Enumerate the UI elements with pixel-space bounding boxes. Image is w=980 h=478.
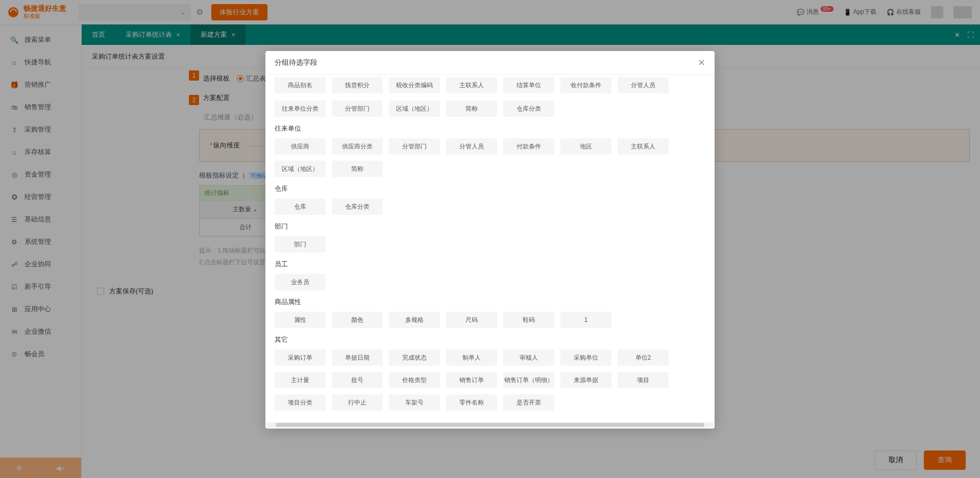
field-chip[interactable]: 仓库分类 <box>503 100 554 117</box>
field-chip[interactable]: 来源单据 <box>560 372 611 388</box>
field-chip[interactable]: 销售订单（明细） <box>503 372 554 388</box>
field-chip[interactable]: 项目 <box>618 372 669 388</box>
modal-title: 分组待选字段 <box>275 58 317 67</box>
field-chip[interactable]: 区域（地区） <box>275 161 326 177</box>
field-chip[interactable]: 批号 <box>332 372 383 388</box>
field-chip[interactable]: 项目分类 <box>275 394 326 411</box>
field-group-title: 员工 <box>275 260 705 269</box>
field-chip[interactable]: 收付款条件 <box>560 77 611 93</box>
field-group-title: 商品属性 <box>275 297 705 307</box>
field-chip[interactable]: 审核人 <box>503 349 554 366</box>
field-chip[interactable]: 颜色 <box>332 312 383 328</box>
field-group-title: 部门 <box>275 222 705 231</box>
field-chip[interactable]: 车架号 <box>389 394 440 411</box>
field-chip[interactable]: 主联系人 <box>618 138 669 155</box>
field-chip[interactable]: 结算单位 <box>503 77 554 93</box>
field-chip[interactable]: 区域（地区） <box>389 100 440 117</box>
field-chip[interactable]: 税收分类编码 <box>389 77 440 93</box>
field-chip[interactable]: 拣货积分 <box>332 77 383 93</box>
modal-overlay: 分组待选字段 ✕ 商品别名拣货积分税收分类编码主联系人结算单位收付款条件分管人员… <box>0 0 980 478</box>
field-chip[interactable]: 主联系人 <box>446 77 497 93</box>
field-chip[interactable]: 鞋码 <box>503 312 554 328</box>
field-chip[interactable]: 尺码 <box>446 312 497 328</box>
field-chip[interactable]: 多规格 <box>389 312 440 328</box>
field-chip[interactable]: 行中止 <box>332 394 383 411</box>
field-chip[interactable]: 付款条件 <box>503 138 554 155</box>
field-chip[interactable]: 1 <box>560 312 611 328</box>
field-group-title: 往来单位 <box>275 124 705 133</box>
field-chip[interactable]: 是否开票 <box>503 394 554 411</box>
field-chip[interactable]: 主计量 <box>275 372 326 388</box>
field-chip[interactable]: 仓库分类 <box>332 198 383 215</box>
field-chip[interactable]: 仓库 <box>275 198 326 215</box>
field-chip[interactable]: 供应商 <box>275 138 326 155</box>
field-chip[interactable]: 采购订单 <box>275 349 326 366</box>
field-chip[interactable]: 制单人 <box>446 349 497 366</box>
field-chip[interactable]: 部门 <box>275 236 326 253</box>
field-chip[interactable]: 简称 <box>332 161 383 177</box>
close-icon[interactable]: ✕ <box>698 57 705 68</box>
field-chip[interactable]: 单位2 <box>618 349 669 366</box>
field-chip[interactable]: 价格类型 <box>389 372 440 388</box>
field-chip[interactable]: 分管人员 <box>446 138 497 155</box>
field-chip[interactable]: 往来单位分类 <box>275 100 326 117</box>
field-chip[interactable]: 采购单位 <box>560 349 611 366</box>
field-picker-modal: 分组待选字段 ✕ 商品别名拣货积分税收分类编码主联系人结算单位收付款条件分管人员… <box>265 51 715 429</box>
field-chip[interactable]: 单据日期 <box>332 349 383 366</box>
field-chip[interactable]: 属性 <box>275 312 326 328</box>
field-chip[interactable]: 商品别名 <box>275 77 326 93</box>
field-chip[interactable]: 完成状态 <box>389 349 440 366</box>
field-chip[interactable]: 业务员 <box>275 274 326 290</box>
field-chip[interactable]: 零件名称 <box>446 394 497 411</box>
field-chip[interactable]: 简称 <box>446 100 497 117</box>
field-chip[interactable]: 销售订单 <box>446 372 497 388</box>
field-group-title: 仓库 <box>275 184 705 193</box>
field-chip[interactable]: 分管部门 <box>389 138 440 155</box>
field-chip[interactable]: 地区 <box>560 138 611 155</box>
field-chip[interactable]: 供应商分类 <box>332 138 383 155</box>
field-chip[interactable]: 分管部门 <box>332 100 383 117</box>
horizontal-scrollbar[interactable] <box>266 422 714 427</box>
field-chip[interactable]: 分管人员 <box>618 77 669 93</box>
field-group-title: 其它 <box>275 335 705 344</box>
